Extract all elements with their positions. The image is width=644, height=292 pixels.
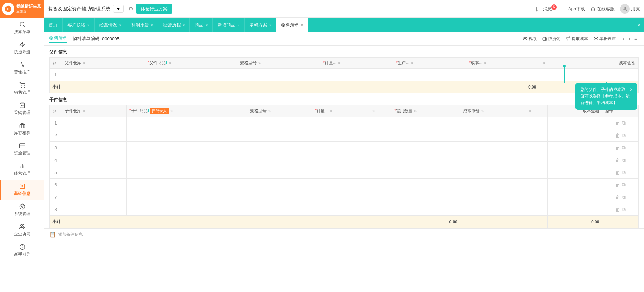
child-row-4-unit[interactable]: [312, 154, 369, 166]
child-row-2-extra[interactable]: [369, 129, 392, 142]
child-row-4-warehouse[interactable]: [62, 154, 127, 166]
tab-barcode[interactable]: 条码方案 ×: [245, 18, 276, 32]
child-row-7-unit-price[interactable]: [460, 191, 525, 203]
tooltip-close-btn[interactable]: ×: [630, 86, 632, 93]
child-row-5-qty[interactable]: [392, 166, 460, 179]
child-row-5-extra2[interactable]: [525, 166, 547, 179]
breadcrumb-bom[interactable]: 物料清单: [49, 35, 67, 43]
tab-bom[interactable]: 物料清单 ×: [276, 18, 308, 32]
child-row-5-spec[interactable]: [247, 166, 312, 179]
sidebar-item-system[interactable]: 系统管理: [0, 200, 44, 220]
child-row-4-spec[interactable]: [247, 154, 312, 166]
child-row-3-qty[interactable]: [392, 142, 460, 154]
tab-customer-close[interactable]: ×: [87, 23, 89, 27]
extract-cost-btn[interactable]: 提取成本: [566, 36, 588, 42]
tab-add-product-close[interactable]: ×: [237, 23, 239, 27]
app-download-btn[interactable]: App下载: [562, 6, 585, 12]
child-row-6-warehouse[interactable]: [62, 179, 127, 191]
sidebar-item-enterprise[interactable]: 企业协同: [0, 220, 44, 241]
child-row-8-extra2[interactable]: [525, 203, 547, 216]
child-row-6-extra2[interactable]: [525, 179, 547, 191]
parent-row-1-cost[interactable]: [466, 69, 539, 81]
tab-home[interactable]: 首页: [44, 18, 63, 32]
child-row-6-unit[interactable]: [312, 179, 369, 191]
parent-row-1-warehouse[interactable]: [62, 69, 145, 81]
tab-history[interactable]: 经营历程 ×: [158, 18, 190, 32]
copy-icon-8[interactable]: ⧉: [622, 207, 626, 212]
delete-icon-7[interactable]: 🗑: [615, 195, 620, 200]
nav-menu[interactable]: ≡: [633, 35, 639, 42]
child-row-3-unit[interactable]: [312, 142, 369, 154]
close-all-tabs[interactable]: ×: [634, 22, 644, 28]
delete-icon-8[interactable]: 🗑: [615, 207, 620, 212]
tab-barcode-close[interactable]: ×: [269, 23, 271, 27]
child-row-6-unit-price[interactable]: [460, 179, 525, 191]
view-btn[interactable]: 视频: [523, 36, 537, 42]
child-row-8-extra[interactable]: [369, 203, 392, 216]
tab-operations[interactable]: 经营情况 ×: [95, 18, 126, 32]
single-setting-btn[interactable]: 单据设置: [594, 36, 616, 42]
try-btn[interactable]: 体验行业方案: [136, 4, 172, 14]
parent-row-1-produce[interactable]: [393, 69, 466, 81]
sidebar-item-purchase[interactable]: 采购管理: [0, 99, 44, 119]
tab-profit-close[interactable]: ×: [151, 23, 153, 27]
copy-icon-2[interactable]: ⧉: [622, 132, 626, 138]
delete-icon-4[interactable]: 🗑: [615, 157, 620, 163]
child-row-6-product[interactable]: [126, 179, 247, 191]
child-row-2-unit[interactable]: [312, 129, 369, 142]
child-row-3-product[interactable]: [126, 142, 247, 154]
child-row-8-warehouse[interactable]: [62, 203, 127, 216]
delete-icon-1[interactable]: 🗑: [615, 120, 620, 126]
copy-icon-6[interactable]: ⧉: [622, 182, 626, 188]
child-row-8-unit[interactable]: [312, 203, 369, 216]
child-row-3-warehouse[interactable]: [62, 142, 127, 154]
tab-product[interactable]: 商品 ×: [190, 18, 213, 32]
child-row-7-extra2[interactable]: [525, 191, 547, 203]
system-select[interactable]: ▼: [113, 5, 124, 13]
child-row-1-extra[interactable]: [369, 117, 392, 129]
parent-row-1-spec[interactable]: [237, 69, 320, 81]
child-row-7-spec[interactable]: [247, 191, 312, 203]
delete-icon-5[interactable]: 🗑: [615, 170, 620, 175]
tab-profit[interactable]: 利润报告 ×: [126, 18, 158, 32]
child-row-3-unit-price[interactable]: [460, 142, 525, 154]
nav-prev[interactable]: ‹: [621, 35, 626, 42]
sidebar-item-basic-info[interactable]: 基础信息: [0, 180, 44, 200]
tab-bom-close[interactable]: ×: [301, 23, 303, 27]
child-row-7-product[interactable]: [126, 191, 247, 203]
child-row-4-extra[interactable]: [369, 154, 392, 166]
child-row-8-qty[interactable]: [392, 203, 460, 216]
child-row-1-warehouse[interactable]: [62, 117, 127, 129]
delete-icon-3[interactable]: 🗑: [615, 145, 620, 151]
child-row-7-unit[interactable]: [312, 191, 369, 203]
scan-btn[interactable]: 扫码录入: [150, 108, 169, 114]
sidebar-item-marketing[interactable]: 营销推广: [0, 58, 44, 79]
child-row-1-spec[interactable]: [247, 117, 312, 129]
copy-icon-7[interactable]: ⧉: [622, 194, 626, 200]
child-row-7-qty[interactable]: [392, 191, 460, 203]
child-row-5-unit[interactable]: [312, 166, 369, 179]
tab-add-product[interactable]: 新增商品 ×: [213, 18, 245, 32]
parent-col-gear[interactable]: ⚙: [50, 58, 62, 69]
child-row-4-qty[interactable]: [392, 154, 460, 166]
child-row-3-spec[interactable]: [247, 142, 312, 154]
delete-icon-6[interactable]: 🗑: [615, 182, 620, 188]
child-row-1-unit-price[interactable]: [460, 117, 525, 129]
sidebar-item-sales[interactable]: 销售管理: [0, 79, 44, 99]
nav-next[interactable]: ›: [627, 35, 632, 42]
child-row-2-qty[interactable]: [392, 129, 460, 142]
child-row-2-warehouse[interactable]: [62, 129, 127, 142]
child-row-1-extra2[interactable]: [525, 117, 547, 129]
child-row-1-unit[interactable]: [312, 117, 369, 129]
online-service-btn[interactable]: 在线客服: [591, 6, 615, 12]
child-row-6-spec[interactable]: [247, 179, 312, 191]
copy-icon-5[interactable]: ⧉: [622, 170, 626, 175]
sidebar-item-search[interactable]: 搜索菜单: [0, 18, 44, 38]
delete-icon-2[interactable]: 🗑: [615, 133, 620, 138]
child-row-4-product[interactable]: [126, 154, 247, 166]
child-row-3-extra[interactable]: [369, 142, 392, 154]
copy-icon-4[interactable]: ⧉: [622, 157, 626, 163]
child-row-8-product[interactable]: [126, 203, 247, 216]
tab-history-close[interactable]: ×: [183, 23, 185, 27]
child-row-1-qty[interactable]: [392, 117, 460, 129]
